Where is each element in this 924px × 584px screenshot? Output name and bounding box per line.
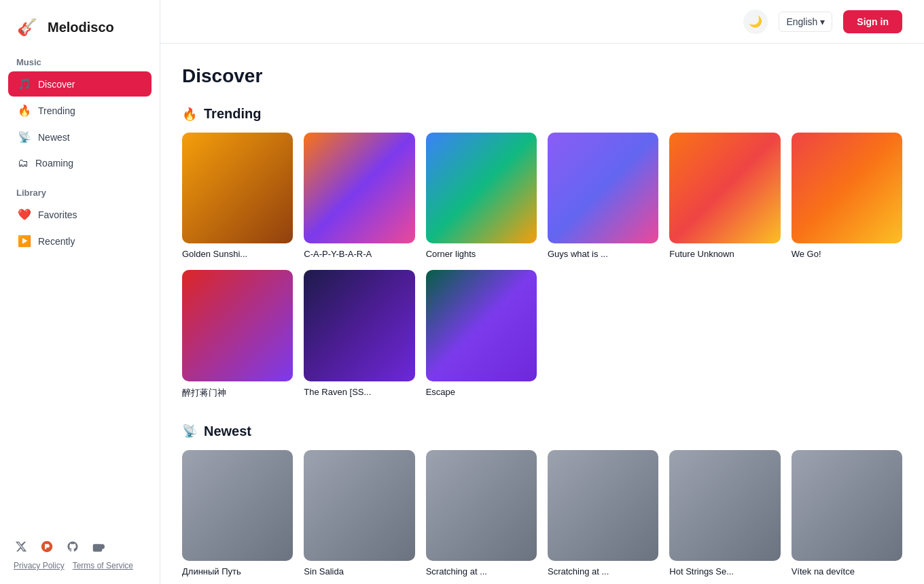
sidebar-footer: Privacy Policy Terms of Service xyxy=(8,526,152,570)
music-card-image xyxy=(426,450,537,561)
newest-section-icon: 📡 xyxy=(182,424,197,439)
logo: 🎸 Melodisco xyxy=(8,14,152,41)
logo-icon: 🎸 xyxy=(14,14,41,41)
language-selector[interactable]: English ▾ xyxy=(779,12,832,32)
music-card-title: Scratching at ... xyxy=(548,566,658,577)
music-card[interactable]: Guys what is ... xyxy=(548,133,658,259)
music-card[interactable]: The Raven [SS... xyxy=(304,270,414,398)
library-nav: ❤️ Favorites ▶️ Recently xyxy=(8,202,152,255)
music-section-label: Music xyxy=(8,57,152,67)
music-card-title: C-A-P-Y-B-A-R-A xyxy=(304,249,414,259)
sidebar-item-roaming[interactable]: 🗂 Roaming xyxy=(8,151,152,175)
music-card-title: Hot Strings Se... xyxy=(669,566,780,577)
music-card-image xyxy=(548,450,658,561)
music-card-title: Golden Sunshi... xyxy=(182,249,293,259)
music-card[interactable]: Длинный Путь xyxy=(182,450,293,577)
music-card[interactable]: Scratching at ... xyxy=(426,450,537,577)
music-card-image xyxy=(304,133,414,243)
music-card-title: Future Unknown xyxy=(669,249,780,259)
page-title: Discover xyxy=(182,65,902,87)
music-card-image xyxy=(426,133,537,243)
music-card-image xyxy=(792,450,902,561)
music-card[interactable]: Escape xyxy=(426,270,537,398)
twitter-icon[interactable] xyxy=(14,539,29,554)
newest-icon: 📡 xyxy=(18,131,31,143)
music-card-title: We Go! xyxy=(792,249,902,259)
discover-icon: 🎵 xyxy=(18,78,31,90)
music-card-title: Guys what is ... xyxy=(548,249,658,259)
sidebar-item-favorites[interactable]: ❤️ Favorites xyxy=(8,202,152,227)
sidebar-item-newest-label: Newest xyxy=(38,132,70,143)
music-card-title: The Raven [SS... xyxy=(304,387,414,397)
sidebar-item-roaming-label: Roaming xyxy=(35,158,73,169)
sidebar-item-discover[interactable]: 🎵 Discover xyxy=(8,71,152,97)
favorites-icon: ❤️ xyxy=(18,208,31,221)
music-card-title: Corner lights xyxy=(426,249,537,259)
music-card-image xyxy=(182,270,293,381)
footer-links: Privacy Policy Terms of Service xyxy=(8,561,152,570)
trending-section-icon: 🔥 xyxy=(182,107,197,122)
theme-toggle-button[interactable]: 🌙 xyxy=(743,10,768,34)
music-card[interactable]: 醉打蒋门神 xyxy=(182,270,293,398)
music-card-title: Escape xyxy=(426,387,537,397)
music-card-image xyxy=(182,133,293,243)
sidebar-item-discover-label: Discover xyxy=(38,79,75,90)
music-card-image xyxy=(426,270,537,381)
sidebar-item-recently-label: Recently xyxy=(38,236,75,247)
music-card-title: Scratching at ... xyxy=(426,566,537,577)
newest-section-header: 📡 Newest xyxy=(182,424,902,439)
newest-grid: Длинный ПутьSin SalidaScratching at ...S… xyxy=(182,450,902,584)
music-card-image xyxy=(304,450,414,561)
privacy-policy-link[interactable]: Privacy Policy xyxy=(14,561,65,570)
sidebar-item-recently[interactable]: ▶️ Recently xyxy=(8,228,152,254)
language-label: English xyxy=(786,16,817,27)
trending-section-header: 🔥 Trending xyxy=(182,106,902,122)
music-card-image xyxy=(304,270,414,381)
logo-text: Melodisco xyxy=(48,20,114,35)
music-card[interactable]: Scratching at ... xyxy=(548,450,658,577)
music-card[interactable]: Future Unknown xyxy=(669,133,780,259)
social-icons xyxy=(8,539,152,554)
svg-text:🎸: 🎸 xyxy=(17,17,37,37)
newest-section-title: Newest xyxy=(204,424,251,439)
music-card[interactable]: C-A-P-Y-B-A-R-A xyxy=(304,133,414,259)
sidebar-item-trending-label: Trending xyxy=(38,105,75,116)
music-card-image xyxy=(548,133,658,243)
trending-icon: 🔥 xyxy=(18,104,31,117)
music-card-image xyxy=(669,450,780,561)
music-card-image xyxy=(182,450,293,561)
discover-content: Discover 🔥 Trending Golden Sunshi...C-A-… xyxy=(160,44,924,584)
music-card[interactable]: Sin Salida xyxy=(304,450,414,577)
music-card-title: 醉打蒋门神 xyxy=(182,387,293,399)
sign-in-button[interactable]: Sign in xyxy=(843,10,902,33)
music-card[interactable]: Vítek na devítce xyxy=(792,450,902,577)
music-card[interactable]: Corner lights xyxy=(426,133,537,259)
recently-icon: ▶️ xyxy=(18,235,31,247)
github-icon[interactable] xyxy=(65,539,80,554)
trending-section-title: Trending xyxy=(204,106,261,122)
music-card[interactable]: We Go! xyxy=(792,133,902,259)
coffee-icon[interactable] xyxy=(91,539,106,554)
music-card-title: Sin Salida xyxy=(304,566,414,577)
trending-grid: Golden Sunshi...C-A-P-Y-B-A-R-ACorner li… xyxy=(182,133,902,399)
sidebar-item-favorites-label: Favorites xyxy=(38,209,77,220)
main-nav: 🎵 Discover 🔥 Trending 📡 Newest 🗂 Roaming xyxy=(8,71,152,177)
music-card-title: Длинный Путь xyxy=(182,566,293,577)
roaming-icon: 🗂 xyxy=(18,157,29,169)
music-card-title: Vítek na devítce xyxy=(792,566,902,577)
topbar: 🌙 English ▾ Sign in xyxy=(160,0,924,44)
music-card[interactable]: Golden Sunshi... xyxy=(182,133,293,259)
main-content: 🌙 English ▾ Sign in Discover 🔥 Trending … xyxy=(160,0,924,584)
music-card-image xyxy=(792,133,902,243)
music-card-image xyxy=(669,133,780,243)
chevron-down-icon: ▾ xyxy=(820,16,825,27)
sidebar: 🎸 Melodisco Music 🎵 Discover 🔥 Trending … xyxy=(0,0,160,584)
library-section-label: Library xyxy=(8,188,152,198)
music-card[interactable]: Hot Strings Se... xyxy=(669,450,780,577)
terms-of-service-link[interactable]: Terms of Service xyxy=(73,561,133,570)
sidebar-item-trending[interactable]: 🔥 Trending xyxy=(8,98,152,123)
sidebar-item-newest[interactable]: 📡 Newest xyxy=(8,124,152,150)
producthunt-icon[interactable] xyxy=(39,539,54,554)
